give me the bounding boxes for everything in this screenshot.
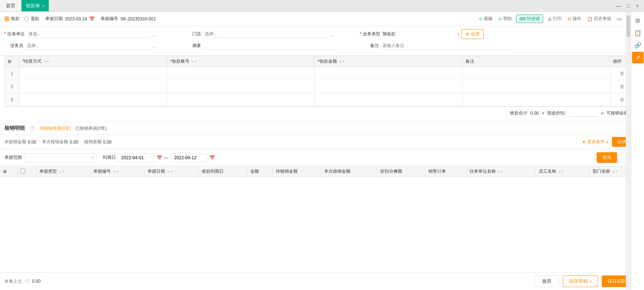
sidebar-table-icon[interactable]: ⊞	[632, 15, 644, 26]
row-1-account[interactable]	[167, 67, 314, 80]
settings-button[interactable]: ⚙ 设置	[462, 29, 484, 39]
sort-account[interactable]: ▲▼	[191, 60, 197, 63]
sort-type[interactable]: ▲▼	[59, 170, 64, 173]
row-2-settlement[interactable]	[19, 80, 167, 93]
row-3-remark[interactable]	[462, 93, 610, 106]
counterpart-label: 往来单位	[4, 31, 25, 37]
sort-employee[interactable]: ▲▼	[558, 170, 564, 173]
summary-input[interactable]	[203, 42, 335, 50]
salesperson-more-icon[interactable]: …	[152, 43, 157, 49]
row-3-account[interactable]	[167, 93, 314, 106]
row-1-settlement-input[interactable]	[20, 67, 167, 80]
footer-info-icon[interactable]: ?	[25, 279, 30, 284]
sort-dept[interactable]: ▲▼	[612, 170, 618, 173]
row-3-settlement-input[interactable]	[20, 93, 167, 106]
counterpart-input[interactable]	[27, 30, 150, 38]
verified-tab[interactable]: 已核销单据(0笔)	[75, 125, 107, 132]
close-btn[interactable]: ×	[635, 3, 640, 9]
row-3-amount-input[interactable]	[315, 93, 462, 106]
sidebar-expand-icon[interactable]: ↗	[632, 52, 644, 63]
row-2-amount[interactable]	[315, 80, 462, 93]
business-type-value: 预收款	[382, 31, 455, 37]
select-all-checkbox[interactable]	[20, 169, 25, 173]
sidebar-attach-icon[interactable]: 🔗	[632, 39, 644, 51]
due-date-to-input[interactable]	[171, 153, 207, 162]
remark-field: 备注	[360, 42, 513, 50]
row-2-settlement-input[interactable]	[20, 80, 167, 93]
tab-close-icon[interactable]: ×	[42, 4, 44, 8]
row-2-account-input[interactable]	[167, 80, 314, 93]
abandon-btn[interactable]: 放弃	[534, 275, 559, 287]
scrollbar[interactable]	[626, 12, 631, 290]
print-btn[interactable]: 🖨 打印	[546, 15, 563, 23]
nav-left-btn[interactable]: ◀	[616, 16, 619, 21]
sidebar-note-icon[interactable]: 📋	[632, 27, 644, 39]
minimize-btn[interactable]: —	[614, 3, 623, 9]
col-amount-label: 金额	[250, 169, 259, 174]
cal-to-icon[interactable]: 📅	[209, 155, 215, 160]
bottom-col-gear[interactable]: ⚙	[0, 166, 17, 177]
row-3-amount[interactable]	[315, 93, 462, 106]
row-3-delete-icon[interactable]: 🗑	[620, 97, 624, 103]
query-btn[interactable]: 查询	[597, 152, 617, 163]
row-3-account-input[interactable]	[167, 93, 314, 106]
row-1-settlement[interactable]	[19, 67, 167, 80]
sort-settlement[interactable]: ▲▼	[44, 60, 50, 63]
remark-input[interactable]	[381, 42, 513, 50]
pending-tab[interactable]: 待核销单据(0笔)	[39, 125, 71, 132]
tab-active[interactable]: 收款单 ×	[21, 0, 49, 11]
calendar-icon[interactable]: 📅	[89, 16, 95, 21]
sort-number[interactable]: ▲▼	[113, 170, 119, 173]
radio-refund[interactable]: 退款	[24, 16, 39, 22]
row-1-amount-input[interactable]	[315, 67, 462, 80]
row-1-account-input[interactable]	[167, 67, 314, 80]
row-2-account[interactable]	[167, 80, 314, 93]
more-conditions-btn[interactable]: ▼ 更多条件 ∧	[582, 139, 609, 145]
row-3-settlement[interactable]	[19, 93, 167, 106]
scroll-thumb[interactable]	[627, 15, 630, 37]
form-row-2: 业务员 … 摘要 备注	[4, 42, 640, 50]
current-verify-amount: 本次核销金额 0.00	[42, 139, 78, 145]
draft-chevron[interactable]: ∧	[589, 279, 592, 283]
video-btn[interactable]: ⊙ 视频	[478, 15, 494, 23]
col-gear[interactable]: ⚙	[5, 56, 19, 67]
store-input[interactable]	[203, 30, 328, 38]
history-btn[interactable]: 📋 历史单据	[586, 15, 613, 23]
row-1-remark-input[interactable]	[463, 67, 610, 80]
operation-btn[interactable]: ⚙ 操作	[566, 15, 583, 23]
due-date-from-input[interactable]	[118, 153, 154, 162]
tab-home[interactable]: 首页	[0, 0, 21, 11]
col-amount-header: *收款金额 ▲▼	[315, 56, 462, 67]
counterpart-more-icon[interactable]: …	[152, 31, 157, 37]
tab-home-label: 首页	[6, 3, 15, 9]
row-2-remark-input[interactable]	[463, 80, 610, 93]
shortcut-btn[interactable]: ⌨ 快捷键	[516, 15, 543, 23]
col-account-label: *收款账号	[170, 59, 189, 64]
maximize-btn[interactable]: □	[625, 3, 631, 9]
bottom-col-checkbox[interactable]	[17, 166, 36, 177]
cal-from-icon[interactable]: 📅	[157, 155, 162, 160]
row-2-amount-input[interactable]	[315, 80, 462, 93]
section-info-icon[interactable]: ?	[30, 126, 35, 131]
row-1-remark[interactable]	[462, 67, 610, 80]
salesperson-input[interactable]	[25, 42, 150, 50]
draft-btn[interactable]: 保存草稿 ∧	[563, 275, 598, 287]
nav-right-btn[interactable]: ▶	[620, 16, 623, 21]
row-1-amount[interactable]	[315, 67, 462, 80]
business-type-chevron[interactable]: ▾	[457, 32, 459, 37]
sort-amount[interactable]: ▲▼	[339, 60, 345, 63]
row-3-remark-input[interactable]	[463, 93, 610, 106]
sort-counterpart[interactable]: ▲▼	[498, 170, 503, 173]
row-2-delete-icon[interactable]: 🗑	[620, 84, 624, 90]
store-more-icon[interactable]: …	[330, 31, 335, 37]
row-2-remark[interactable]	[462, 80, 610, 93]
date-value[interactable]: 2023-03-24	[65, 16, 87, 21]
discount-input[interactable]	[569, 110, 598, 117]
sort-date[interactable]: ▲▼	[167, 170, 173, 173]
row-1-delete-icon[interactable]: 🗑	[620, 71, 624, 77]
store-field: 门店 …	[182, 30, 335, 38]
range-select[interactable]: ▾	[24, 153, 97, 162]
help-btn[interactable]: ⊙ 帮助	[497, 15, 513, 23]
number-value[interactable]: SK-20230324-001	[120, 16, 156, 21]
radio-receipt[interactable]: 收款	[4, 16, 20, 22]
